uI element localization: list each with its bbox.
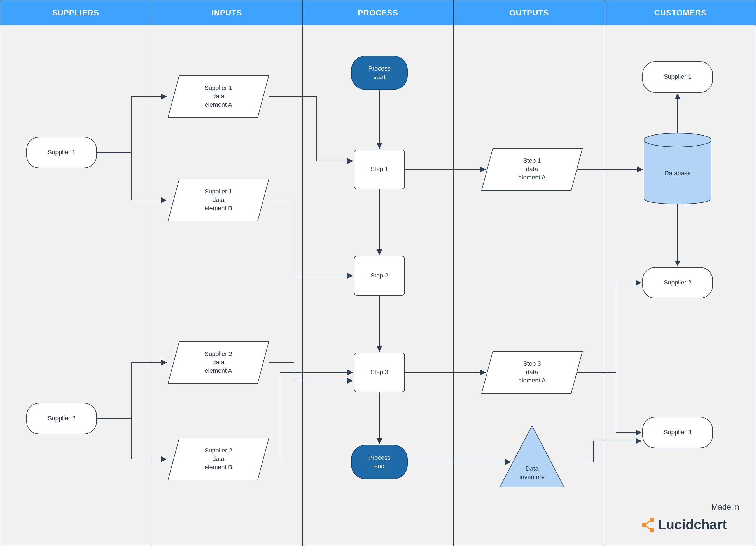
node-process-end: Process end	[351, 445, 407, 479]
svg-text:Step 2: Step 2	[370, 272, 388, 279]
node-input-s1b: Supplier 1 data element B	[168, 179, 269, 221]
svg-text:Data: Data	[526, 465, 539, 472]
svg-text:data: data	[526, 368, 538, 375]
svg-text:Supplier 1: Supplier 1	[48, 149, 75, 156]
svg-text:Step 1: Step 1	[523, 157, 541, 164]
svg-text:Step 1: Step 1	[370, 165, 388, 172]
node-customer-1: Supplier 1	[643, 62, 713, 92]
node-customer-2: Supplier 2	[643, 267, 713, 298]
svg-text:Supplier 2: Supplier 2	[204, 447, 232, 454]
svg-text:Process: Process	[368, 454, 390, 461]
node-database: Database	[644, 133, 711, 204]
svg-text:Supplier 1: Supplier 1	[664, 73, 691, 80]
header-inputs: INPUTS	[212, 8, 242, 17]
sipoc-diagram: SUPPLIERS INPUTS PROCESS OUTPUTS CUSTOME…	[0, 0, 756, 546]
node-input-s2a: Supplier 2 data element A	[168, 342, 269, 384]
svg-text:Step 3: Step 3	[370, 368, 388, 375]
svg-text:element B: element B	[204, 464, 232, 471]
svg-text:inventory: inventory	[519, 473, 544, 480]
svg-text:Made in: Made in	[711, 503, 739, 511]
header-process: PROCESS	[358, 8, 398, 17]
node-step-3: Step 3	[354, 353, 405, 392]
node-output-step3a: Step 3 data element A	[482, 351, 582, 393]
node-process-start: Process start	[351, 56, 407, 90]
svg-text:start: start	[374, 73, 386, 80]
svg-text:data: data	[213, 359, 225, 366]
node-step-2: Step 2	[354, 256, 405, 295]
svg-text:element A: element A	[205, 367, 232, 374]
header-suppliers: SUPPLIERS	[52, 8, 99, 17]
svg-text:element A: element A	[518, 377, 546, 384]
svg-text:Process: Process	[368, 65, 390, 72]
svg-text:Supplier 1: Supplier 1	[204, 188, 232, 195]
svg-text:element A: element A	[518, 174, 546, 181]
svg-text:element A: element A	[205, 101, 232, 108]
node-output-step1a: Step 1 data element A	[482, 148, 582, 190]
svg-rect-32	[351, 56, 407, 90]
node-step-1: Step 1	[354, 150, 405, 189]
svg-text:Supplier 2: Supplier 2	[48, 415, 75, 422]
node-input-s1a: Supplier 1 data element A	[168, 76, 269, 118]
svg-text:end: end	[374, 463, 385, 470]
svg-text:Supplier 3: Supplier 3	[664, 429, 691, 436]
svg-text:Database: Database	[664, 170, 691, 177]
svg-text:element B: element B	[204, 205, 232, 212]
node-customer-3: Supplier 3	[643, 417, 713, 448]
svg-text:data: data	[213, 455, 225, 462]
svg-text:data: data	[213, 196, 225, 203]
svg-text:Supplier 1: Supplier 1	[204, 84, 232, 91]
svg-text:data: data	[526, 165, 538, 172]
svg-point-57	[644, 133, 711, 147]
node-input-s2b: Supplier 2 data element B	[168, 438, 269, 480]
svg-text:Supplier 2: Supplier 2	[204, 350, 232, 357]
node-supplier-2: Supplier 2	[27, 403, 97, 434]
brand-text: Lucidchart	[658, 517, 727, 532]
header-row: SUPPLIERS INPUTS PROCESS OUTPUTS CUSTOME…	[0, 0, 756, 25]
svg-rect-41	[351, 445, 407, 479]
node-supplier-1: Supplier 1	[27, 137, 97, 168]
header-customers: CUSTOMERS	[654, 8, 706, 17]
header-outputs: OUTPUTS	[510, 8, 549, 17]
svg-text:Step 3: Step 3	[523, 360, 541, 367]
svg-text:Supplier 2: Supplier 2	[664, 279, 691, 286]
svg-text:data: data	[213, 93, 225, 100]
